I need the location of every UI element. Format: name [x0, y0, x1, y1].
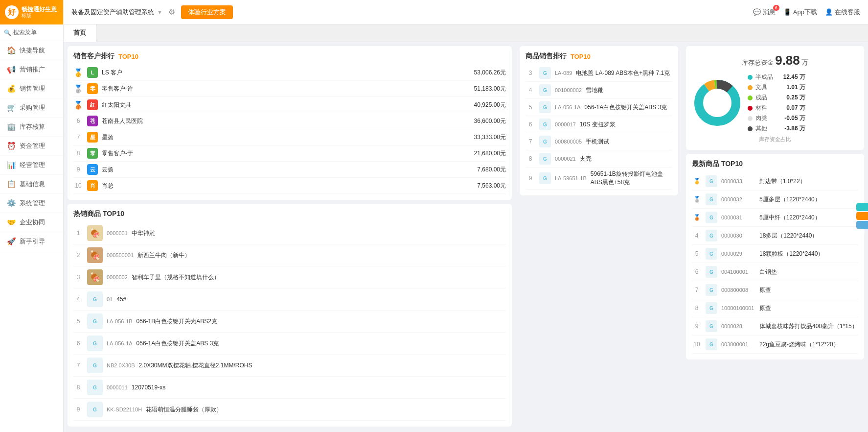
inventory-label: 库存总资金 [742, 59, 774, 66]
service-hotline-button[interactable]: 客服热线 [856, 203, 868, 211]
customer-rank-row: 🥈 零 零售客户-许 51,183.00元 [73, 81, 506, 97]
customer-name: 星扬 [102, 133, 470, 142]
gear-icon[interactable]: ⚙ [168, 7, 175, 17]
sidebar-item-经营管理[interactable]: 📊经营管理 [0, 156, 63, 175]
app-download-button[interactable]: 📱 App下载 [783, 8, 817, 17]
sidebar-item-企业协同[interactable]: 🤝企业协同 [0, 213, 63, 232]
sell-rank-row: 5 G LA-056-1A 056-1A白色按键开关盖ABS 3克 [525, 99, 672, 116]
trial-button[interactable]: 体验行业方案 [181, 5, 233, 19]
nav-label: 库存核算 [20, 122, 45, 131]
customer-amount: 33,333.00元 [474, 133, 506, 142]
customer-amount: 40,925.00元 [474, 101, 506, 109]
sidebar-item-库存核算[interactable]: 🏢库存核算 [0, 118, 63, 137]
np-name: 体城嘉枝味苏打饮品400毫升（1*15） [759, 322, 858, 331]
sell-code: 001000002 [555, 87, 582, 93]
nav-icon: 📊 [7, 161, 16, 169]
sell-rank-row: 4 G 001000002 雪地靴 [525, 82, 672, 99]
donut-container: 半成品 12.45 万 文具 1.01 万 成品 0.25 万 材料 0.07 … [693, 73, 857, 133]
sidebar-item-营销推广[interactable]: 📢营销推广 [0, 60, 63, 79]
nav-icon: ⚙️ [7, 199, 16, 208]
np-rank: 4 [692, 232, 702, 239]
sell-rank-row: 6 G 0000017 10S 变扭罗浆 [525, 116, 672, 133]
sidebar-item-销售管理[interactable]: 💰销售管理 [0, 79, 63, 98]
legend-label: 文具 [755, 83, 773, 92]
sidebar-search[interactable]: 🔍 搜索菜单 [0, 24, 63, 41]
customer-amount: 7,680.00元 [477, 166, 506, 174]
product-image-placeholder: G [87, 358, 103, 373]
np-rank: 8 [692, 305, 702, 312]
legend-item: 其他 -3.86 万 [748, 124, 805, 133]
np-code: 003800001 [721, 341, 755, 347]
product-code: LA-056-1B [107, 318, 133, 324]
sidebar-item-采购管理[interactable]: 🛒采购管理 [0, 98, 63, 118]
np-rank: 🥉 [692, 214, 702, 221]
sell-name: 雪地靴 [586, 86, 672, 95]
sell-code: 000800005 [555, 139, 582, 144]
product-rank-num: 8 [73, 384, 83, 391]
hot-product-row: 8 G 0000011 12070519-xs [73, 377, 506, 399]
customer-name: 红太阳文具 [102, 101, 470, 109]
sidebar-item-新手引导[interactable]: 🚀新手引导 [0, 232, 63, 251]
product-rank-num: 2 [73, 252, 83, 259]
nav-label: 采购管理 [20, 103, 45, 112]
medal-icon: 🥇 [73, 68, 83, 77]
right-panel: 库存总资金 9.88 万 半成品 12.45 万 文 [682, 42, 868, 432]
np-code: 0000032 [721, 196, 755, 202]
np-code: 0000031 [721, 215, 755, 220]
np-image: G [706, 230, 717, 241]
sell-rank-num: 7 [525, 138, 535, 145]
sell-rank-header: 商品销售排行 TOP10 [525, 52, 672, 61]
sidebar-item-资金管理[interactable]: ⏰资金管理 [0, 137, 63, 156]
customer-ranking-top: TOP10 [118, 53, 138, 60]
sell-code: 0000021 [555, 156, 576, 162]
new-product-rows: 🥇 G 0000033 封边带（1.0*22） 🥈 G 0000032 5厘多层… [692, 172, 858, 354]
sidebar-search-label: 搜索菜单 [13, 28, 37, 37]
customer-rank-row: 8 零 零售客户-于 21,680.00元 [73, 145, 506, 162]
customer-rank-row: 🥉 红 红太阳文具 40,925.00元 [73, 97, 506, 113]
sidebar-item-快捷导航[interactable]: 🏠快捷导航 [0, 41, 63, 60]
legend-value: -3.86 万 [776, 124, 805, 133]
np-code: 000800008 [721, 287, 755, 293]
sell-rank-num: 3 [525, 70, 535, 76]
sell-product-image: G [539, 136, 551, 147]
customer-badge: 星 [87, 132, 98, 143]
np-name: 原查 [759, 286, 858, 294]
product-name: 2.0X30MM双摆花轴.摆花直径2.1MM/ROHS [138, 361, 506, 370]
hot-product-row: 3 🍖 0000002 智利车子里（规格不知道填什么） [73, 266, 506, 288]
sidebar-item-系统管理[interactable]: ⚙️系统管理 [0, 194, 63, 213]
sell-code: LA-59651-1B [555, 175, 587, 181]
np-code: 0000029 [721, 251, 755, 257]
online-service-button[interactable]: 👤 在线客服 [825, 8, 860, 17]
product-code: LA-056-1A [107, 340, 133, 346]
product-rank-num: 7 [73, 362, 83, 369]
sidebar-item-基础信息[interactable]: 📋基础信息 [0, 175, 63, 194]
message-button[interactable]: 💬 6 消息 [753, 8, 776, 17]
product-image-placeholder: G [87, 402, 103, 417]
service-live-button[interactable]: 直播 [856, 221, 868, 229]
np-image: G [706, 320, 717, 332]
legend-label: 半成品 [755, 73, 773, 81]
customer-name: 零售客户-于 [102, 149, 470, 158]
sell-name: 夹壳 [580, 155, 672, 163]
customer-badge: 云 [87, 164, 98, 175]
topbar-right: 💬 6 消息 📱 App下载 👤 在线客服 [753, 8, 860, 17]
np-image: G [706, 248, 717, 260]
customer-amount: 7,563.00元 [477, 182, 506, 190]
product-name: 花语萌恒温分腿睡袋（厚款） [146, 406, 506, 414]
service-community-button[interactable]: 服务社区 [856, 212, 868, 220]
product-image-placeholder: G [87, 336, 103, 351]
sell-rank-row: 8 G 0000021 夹壳 [525, 150, 672, 168]
service-icon: 👤 [825, 8, 833, 16]
customer-rank-row: 🥇 L LS 客户 53,006.26元 [73, 65, 506, 81]
legend-value: -0.05 万 [776, 114, 805, 122]
customer-rank-row: 6 苍 苍南县人民医院 36,600.00元 [73, 113, 506, 129]
hot-products-title: 热销商品 TOP10 [73, 210, 124, 218]
product-name: 45# [116, 296, 506, 303]
hot-product-row: 2 🍖 000500001 新西兰牛肉（新牛） [73, 244, 506, 266]
np-name: 18多层（1220*2440） [759, 232, 858, 240]
donut-chart [693, 78, 742, 127]
tab-home[interactable]: 首页 [64, 24, 96, 42]
np-name: 18颗粒板（1220*2440） [759, 250, 858, 258]
nav-icon: 💰 [7, 84, 16, 93]
mid-panel: 商品销售排行 TOP10 3 G LA-089 电池盖 LA-089 ABS本色… [516, 42, 682, 432]
